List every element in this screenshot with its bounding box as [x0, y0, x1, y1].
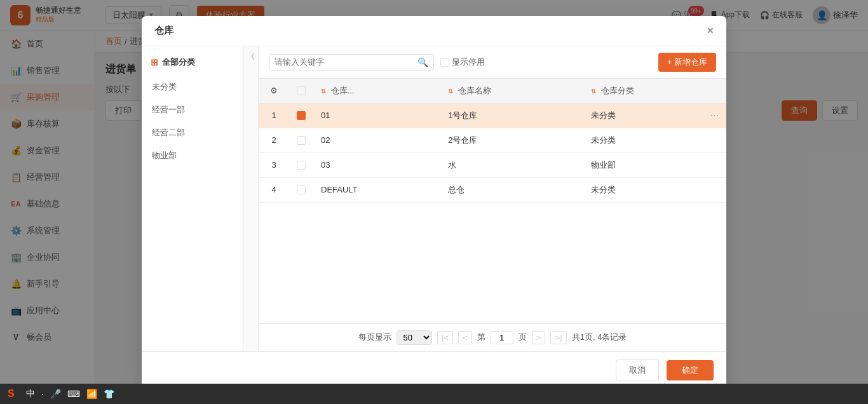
row-code: 01	[313, 103, 440, 128]
row-code: DEFAULT	[313, 177, 440, 202]
row-name: 2号仓库	[440, 128, 583, 152]
modal-header: 仓库 ×	[142, 16, 726, 46]
row-index: 2	[259, 128, 289, 152]
row-index: 3	[259, 152, 289, 177]
disabled-checkbox[interactable]	[440, 58, 449, 67]
table-row[interactable]: 1 01 1号仓库 未分类 ···	[259, 103, 726, 128]
category-item-property[interactable]: 物业部	[142, 144, 243, 167]
next-page-button[interactable]: >	[532, 331, 546, 344]
row-category: 未分类 ···	[583, 103, 726, 128]
search-input[interactable]	[275, 57, 417, 67]
shirt-icon: 👕	[104, 389, 114, 399]
modal-title: 仓库	[154, 25, 173, 37]
modal-actions: 取消 确定	[142, 351, 726, 389]
bottom-logo: S	[8, 388, 15, 400]
table-header: ⚙ ⇅ 仓库... ⇅ 仓库名称	[259, 79, 726, 104]
row-code: 02	[313, 128, 440, 152]
search-icon[interactable]: 🔍	[417, 57, 428, 67]
modal-main-panel: 🔍 显示停用 + 新增仓库 ⚙	[259, 46, 726, 351]
row-checkbox[interactable]	[289, 177, 313, 202]
table-row[interactable]: 4 DEFAULT 总仓 未分类	[259, 177, 726, 202]
keyboard-icon[interactable]: ⌨	[67, 389, 80, 399]
bottom-bar: S 中 · 🎤 ⌨ 📶 👕	[0, 384, 868, 404]
last-page-button[interactable]: >|	[550, 331, 566, 344]
dot-icon: ·	[41, 389, 44, 399]
row-index: 4	[259, 177, 289, 202]
row-actions-icon[interactable]: ···	[710, 110, 719, 121]
col-category: ⇅ 仓库分类	[583, 79, 726, 104]
row-code: 03	[313, 152, 440, 177]
category-item-unclassified[interactable]: 未分类	[142, 76, 243, 98]
cancel-button[interactable]: 取消	[616, 360, 659, 381]
col-code: ⇅ 仓库...	[313, 79, 440, 104]
prev-page-button[interactable]: <	[458, 331, 472, 344]
pagination: 每页显示 50 100 200 |< < 第 页 > >| 共1页, 4条记录	[259, 323, 726, 351]
sort-icon-name: ⇅	[448, 88, 453, 95]
col-name: ⇅ 仓库名称	[440, 79, 583, 104]
row-category: 未分类	[583, 128, 726, 152]
first-page-button[interactable]: |<	[437, 331, 453, 344]
page-number-input[interactable]	[491, 331, 513, 344]
row-checkbox[interactable]	[289, 103, 313, 128]
mic-icon[interactable]: 🎤	[50, 389, 61, 399]
modal-body: ⊞ 全部分类 未分类 经营一部 经营二部 物业部 《 🔍	[142, 46, 726, 351]
page-size-select[interactable]: 50 100 200	[397, 330, 432, 345]
grid-icon: ⊞	[151, 57, 158, 67]
warehouse-table: ⚙ ⇅ 仓库... ⇅ 仓库名称	[259, 79, 726, 323]
select-all-checkbox[interactable]	[297, 86, 306, 95]
confirm-button[interactable]: 确定	[667, 360, 714, 380]
row-name: 总仓	[440, 177, 583, 202]
row-category: 物业部	[583, 152, 726, 177]
row-index: 1	[259, 103, 289, 128]
chinese-icon[interactable]: 中	[26, 388, 35, 400]
row-name: 水	[440, 152, 583, 177]
sort-icon-code: ⇅	[321, 88, 326, 95]
modal-toolbar: 🔍 显示停用 + 新增仓库	[259, 46, 726, 79]
table-body: 1 01 1号仓库 未分类 ···	[259, 103, 726, 202]
search-box: 🔍	[269, 54, 434, 71]
category-item-dept1[interactable]: 经营一部	[142, 98, 243, 121]
row-checkbox[interactable]	[289, 152, 313, 177]
add-warehouse-button[interactable]: + 新增仓库	[658, 53, 716, 72]
category-sidebar: ⊞ 全部分类 未分类 经营一部 经营二部 物业部	[142, 46, 243, 351]
table-row[interactable]: 2 02 2号仓库 未分类	[259, 128, 726, 152]
row-checkbox[interactable]	[289, 128, 313, 152]
warehouse-modal: 仓库 × ⊞ 全部分类 未分类 经营一部 经营二部 物业部 《	[142, 16, 726, 389]
sort-icon-category: ⇅	[591, 88, 596, 95]
row-name: 1号仓库	[440, 103, 583, 128]
category-item-dept2[interactable]: 经营二部	[142, 121, 243, 144]
modal-backdrop: 仓库 × ⊞ 全部分类 未分类 经营一部 经营二部 物业部 《	[0, 0, 868, 404]
total-info: 共1页, 4条记录	[572, 332, 627, 343]
row-category: 未分类	[583, 177, 726, 202]
table-row[interactable]: 3 03 水 物业部	[259, 152, 726, 177]
network-icon[interactable]: 📶	[86, 389, 97, 399]
category-header: ⊞ 全部分类	[142, 51, 243, 76]
warehouse-data-table: ⚙ ⇅ 仓库... ⇅ 仓库名称	[259, 79, 726, 203]
col-checkbox	[289, 79, 313, 104]
col-gear: ⚙	[259, 79, 289, 104]
show-disabled-checkbox[interactable]: 显示停用	[440, 57, 485, 68]
sidebar-collapse-button[interactable]: 《	[243, 46, 259, 351]
modal-close-button[interactable]: ×	[707, 25, 714, 36]
